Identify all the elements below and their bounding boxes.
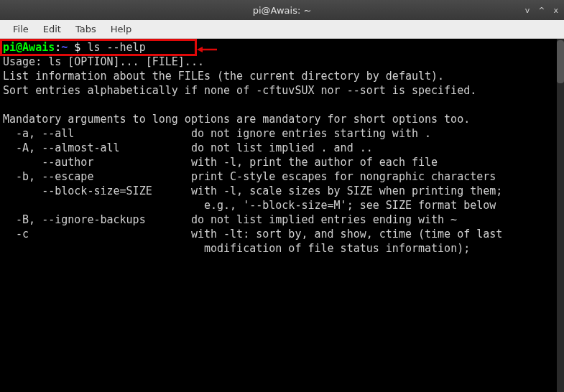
output-line: -b, --escape print C-style escapes for n…: [3, 170, 496, 183]
output-line: --block-size=SIZE with -l, scale sizes b…: [3, 185, 502, 197]
output-line: -a, --all do not ignore entries starting…: [3, 127, 431, 140]
window-titlebar: pi@Awais: ~ v ^ x: [0, 0, 564, 20]
prompt-user: pi: [3, 41, 16, 54]
menu-file[interactable]: File: [6, 22, 36, 37]
output-line: Usage: ls [OPTION]... [FILE]...: [3, 55, 204, 68]
prompt-host: Awais: [22, 41, 55, 54]
maximize-button[interactable]: ^: [538, 6, 545, 15]
menu-tabs[interactable]: Tabs: [68, 22, 103, 37]
output-line: List information about the FILEs (the cu…: [3, 70, 444, 83]
prompt-colon: :: [55, 41, 61, 54]
menu-help[interactable]: Help: [103, 22, 139, 37]
prompt-at: @: [16, 41, 22, 54]
output-line: Sort entries alphabetically if none of -…: [3, 84, 476, 97]
close-button[interactable]: x: [553, 6, 558, 15]
output-line: modification of file status information)…: [3, 242, 470, 255]
prompt-line: pi@Awais:~ $ ls --help: [3, 40, 146, 55]
output-line: e.g., '--block-size=M'; see SIZE format …: [3, 199, 496, 212]
output-line: -c with -lt: sort by, and show, ctime (t…: [3, 228, 502, 241]
window-title: pi@Awais: ~: [253, 5, 312, 16]
scrollbar-thumb[interactable]: [557, 40, 564, 83]
prompt-path: ~: [61, 41, 68, 54]
menubar: File Edit Tabs Help: [0, 20, 564, 39]
output-line: Mandatory arguments to long options are …: [3, 113, 470, 126]
prompt-command: ls --help: [87, 41, 145, 54]
menu-edit[interactable]: Edit: [36, 22, 68, 37]
terminal-area[interactable]: pi@Awais:~ $ ls --help Usage: ls [OPTION…: [0, 39, 564, 392]
output-line: --author with -l, print the author of ea…: [3, 156, 438, 169]
output-line: -B, --ignore-backups do not list implied…: [3, 213, 457, 226]
minimize-button[interactable]: v: [525, 6, 530, 15]
prompt-dollar: $: [68, 41, 87, 54]
window-controls: v ^ x: [525, 6, 558, 15]
scrollbar[interactable]: [557, 39, 564, 392]
output-line: -A, --almost-all do not list implied . a…: [3, 141, 373, 154]
